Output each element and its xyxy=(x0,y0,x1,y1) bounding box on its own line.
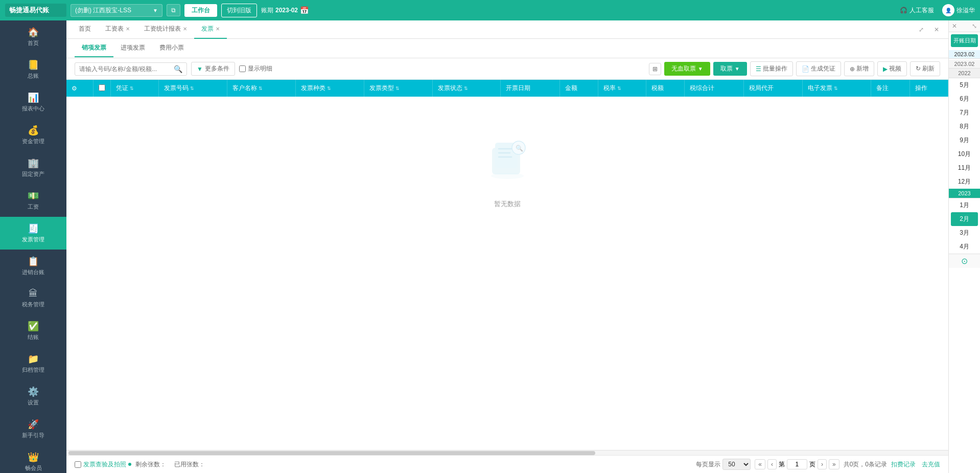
first-page-button[interactable]: « xyxy=(755,459,765,469)
grid-view-button[interactable]: ⊞ xyxy=(649,63,661,75)
month-2022-10[interactable]: 10月 xyxy=(949,147,980,161)
sidebar-item-label: 总账 xyxy=(28,72,39,80)
scroll-down-button[interactable]: ⊙ xyxy=(949,254,980,268)
horizontal-scrollbar[interactable] xyxy=(66,450,948,455)
month-2022-05[interactable]: 5月 xyxy=(949,78,980,92)
sidebar-item-home[interactable]: 🏠 首页 xyxy=(0,20,66,53)
month-2022-06[interactable]: 6月 xyxy=(949,92,980,106)
sidebar-item-purchase[interactable]: 📋 进销台账 xyxy=(0,250,66,282)
filter-button[interactable]: ▼ 更多条件 xyxy=(191,62,235,76)
prev-page-button[interactable]: ‹ xyxy=(767,459,777,469)
user-button[interactable]: 👤 徐溢华 xyxy=(942,4,975,16)
th-voucher[interactable]: 凭证 ⇅ xyxy=(111,80,159,97)
sidebar-item-label: 资金管理 xyxy=(22,138,44,145)
calendar-icon[interactable]: 📅 xyxy=(300,6,309,14)
tab-invoice[interactable]: 发票 ✕ xyxy=(194,20,227,39)
th-tax-rate[interactable]: 税率 ⇅ xyxy=(598,80,646,97)
tab-salary[interactable]: 工资表 ✕ xyxy=(98,20,137,39)
th-action[interactable]: 操作 xyxy=(909,80,948,97)
month-2022-07[interactable]: 7月 xyxy=(949,106,980,120)
date-panel-expand-icon[interactable]: ⤡ xyxy=(972,22,977,30)
take-ticket-button[interactable]: 取票 ▼ xyxy=(713,62,747,76)
sidebar-item-assets[interactable]: 🏢 固定资产 xyxy=(0,151,66,184)
show-detail-checkbox[interactable]: 显示明细 xyxy=(239,64,272,73)
workbench-button[interactable]: 工作台 xyxy=(184,4,217,17)
search-icon[interactable]: 🔍 xyxy=(174,65,182,73)
month-2023-03[interactable]: 3月 xyxy=(949,226,980,240)
sub-tab-purchase-invoice[interactable]: 进项发票 xyxy=(113,39,152,57)
video-button[interactable]: ▶ 视频 xyxy=(877,61,907,76)
deduct-record-link[interactable]: 扣费记录 xyxy=(891,460,916,469)
th-invoice-cat[interactable]: 发票类型 ⇅ xyxy=(364,80,432,97)
sidebar-item-settings[interactable]: ⚙️ 设置 xyxy=(0,380,66,413)
month-2023-04[interactable]: 4月 xyxy=(949,240,980,254)
sub-tab-sales-invoice[interactable]: 销项发票 xyxy=(75,39,113,57)
invoice-verify-checkbox[interactable] xyxy=(75,461,81,468)
th-e-invoice[interactable]: 电子发票 ⇅ xyxy=(803,80,871,97)
invoice-verify-button[interactable]: 发票查验及拍照 xyxy=(75,460,131,469)
sidebar-item-member[interactable]: 👑 畅会员 xyxy=(0,445,66,473)
open-period-button[interactable]: 开账日期 xyxy=(951,34,978,47)
next-page-button[interactable]: › xyxy=(818,459,827,469)
sidebar-item-guide[interactable]: 🚀 新手引导 xyxy=(0,413,66,445)
tab-expand-icon[interactable]: ⤢ xyxy=(915,24,928,35)
th-invoice-status[interactable]: 发票状态 ⇅ xyxy=(432,80,501,97)
content-area: 首页 工资表 ✕ 工资统计报表 ✕ 发票 ✕ ⤢ ✕ 销项发票 xyxy=(66,20,948,473)
th-total[interactable]: 税综合计 xyxy=(685,80,744,97)
month-2022-11[interactable]: 11月 xyxy=(949,161,980,175)
show-detail-input[interactable] xyxy=(239,65,246,72)
date-panel-close-icon[interactable]: ✕ xyxy=(952,22,957,30)
page-size-select[interactable]: 10 20 50 100 xyxy=(722,459,751,470)
sidebar-item-tax[interactable]: 🏛 税务管理 xyxy=(0,282,66,314)
copy-icon-button[interactable]: ⧉ xyxy=(167,4,180,16)
sidebar: 🏠 首页 📒 总账 📊 报表中心 💰 资金管理 🏢 固定资产 💵 工资 🧾 发票… xyxy=(0,20,66,473)
sidebar-item-label: 进销台账 xyxy=(22,268,44,276)
sidebar-item-salary[interactable]: 💵 工资 xyxy=(0,184,66,217)
tab-home[interactable]: 首页 xyxy=(72,20,98,39)
scroll-thumb[interactable] xyxy=(68,451,595,455)
month-2022-09[interactable]: 9月 xyxy=(949,133,980,147)
invoice-type-sort-icon: ⇅ xyxy=(327,86,331,91)
recharge-link[interactable]: 去充值 xyxy=(922,460,940,469)
sub-tab-expense-receipt[interactable]: 费用小票 xyxy=(152,39,191,57)
th-date[interactable]: 开票日期 xyxy=(501,80,560,97)
th-remark[interactable]: 备注 xyxy=(871,80,909,97)
sidebar-item-finance[interactable]: 💰 资金管理 xyxy=(0,119,66,151)
th-customer[interactable]: 客户名称 ⇅ xyxy=(227,80,295,97)
service-button[interactable]: 🎧 人工客服 xyxy=(900,6,934,15)
company-selector[interactable]: (勿删) 江西股宝-LSS ▼ xyxy=(71,4,162,17)
th-tax-bureau[interactable]: 税局代开 xyxy=(743,80,803,97)
sidebar-item-archive[interactable]: 📁 归档管理 xyxy=(0,347,66,380)
tab-salary-report[interactable]: 工资统计报表 ✕ xyxy=(137,20,194,39)
batch-ops-button[interactable]: ☰ 批量操作 xyxy=(750,61,793,76)
th-settings[interactable]: ⚙ xyxy=(66,80,94,97)
header-right: 🎧 人工客服 👤 徐溢华 xyxy=(900,4,975,16)
th-tax[interactable]: 税额 xyxy=(646,80,685,97)
old-version-button[interactable]: 切到旧版 xyxy=(221,4,257,17)
tab-close-invoice[interactable]: ✕ xyxy=(216,26,220,32)
tab-close-salary-report[interactable]: ✕ xyxy=(183,26,187,32)
page-number-input[interactable] xyxy=(787,459,807,469)
sidebar-item-ledger[interactable]: 📒 总账 xyxy=(0,53,66,86)
th-checkbox[interactable] xyxy=(94,80,111,97)
tab-close-all-icon[interactable]: ✕ xyxy=(930,24,943,35)
sidebar-item-invoice[interactable]: 🧾 发票管理 xyxy=(0,217,66,250)
last-page-button[interactable]: » xyxy=(829,459,839,469)
new-button[interactable]: ⊕ 新增 xyxy=(844,61,874,76)
month-2022-12[interactable]: 12月 xyxy=(949,175,980,189)
search-input[interactable] xyxy=(79,65,172,73)
th-amount[interactable]: 金额 xyxy=(559,80,598,97)
th-invoice-type[interactable]: 发票种类 ⇅ xyxy=(295,80,364,97)
month-2023-01[interactable]: 1月 xyxy=(949,198,980,212)
sidebar-item-close[interactable]: ✅ 结账 xyxy=(0,314,66,347)
month-2023-02[interactable]: 2月 xyxy=(951,212,978,226)
select-all-checkbox[interactable] xyxy=(99,84,105,91)
month-2022-08[interactable]: 8月 xyxy=(949,120,980,133)
refresh-button[interactable]: ↻ 刷新 xyxy=(910,61,940,76)
tab-close-salary[interactable]: ✕ xyxy=(126,26,130,32)
th-invoice-no[interactable]: 发票号码 ⇅ xyxy=(158,80,227,97)
no-tax-ticket-button[interactable]: 无血取票 ▼ xyxy=(664,62,710,76)
sidebar-item-report[interactable]: 📊 报表中心 xyxy=(0,86,66,119)
gen-voucher-button[interactable]: 📄 生成凭证 xyxy=(796,61,841,76)
search-box[interactable]: 🔍 xyxy=(75,62,187,76)
